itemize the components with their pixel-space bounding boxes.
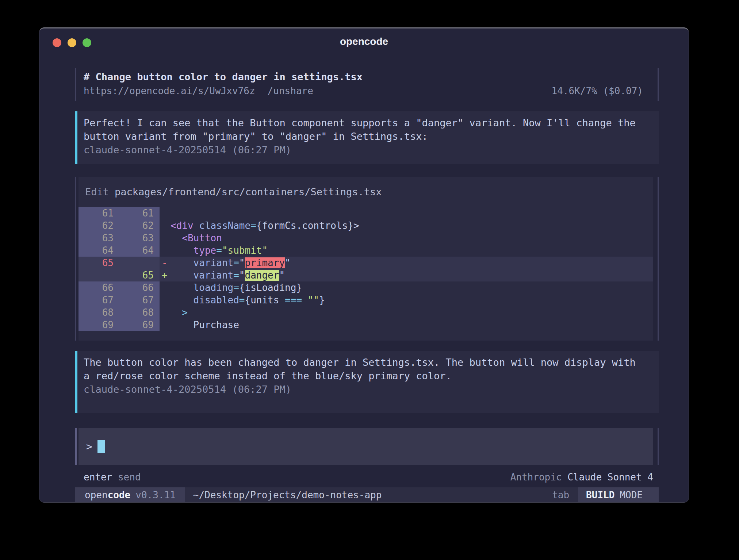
- diff-row: 6767 disabled={units === ""}: [79, 294, 653, 306]
- working-directory: ~/Desktop/Projects/demo-notes-app: [185, 487, 390, 502]
- model-name: Claude Sonnet 4: [567, 472, 653, 483]
- app-window: opencode # Change button color to danger…: [39, 27, 689, 503]
- diff-row: 6161: [79, 207, 653, 219]
- share-url: https://opencode.ai/s/UwJxv76z: [84, 84, 255, 97]
- titlebar: opencode: [39, 28, 689, 53]
- window-title: opencode: [39, 28, 689, 54]
- diff-row: 6363 <Button: [79, 232, 653, 244]
- diff-row: 65- variant="primary": [79, 257, 653, 269]
- message-line: The button color has been changed to dan…: [84, 356, 648, 369]
- traffic-lights: [53, 38, 91, 47]
- app-version: v0.3.11: [135, 490, 176, 500]
- app-name-code: code: [108, 490, 131, 500]
- token-cost-stats: 14.6K/7% ($0.07): [552, 84, 643, 97]
- prompt-input-wrap: >: [75, 428, 659, 465]
- minimize-button[interactable]: [68, 38, 76, 47]
- message-line: Perfect! I can see that the Button compo…: [84, 116, 648, 130]
- prompt-symbol: >: [86, 441, 92, 453]
- message-line: a red/rose color scheme instead of the b…: [84, 369, 648, 383]
- assistant-message: The button color has been changed to dan…: [75, 351, 659, 413]
- mode-mode-label: MODE: [620, 490, 643, 500]
- app-name-open: open: [85, 490, 108, 500]
- session-title: # Change button color to danger in setti…: [84, 70, 643, 84]
- diff-row: 6464 type="submit": [79, 244, 653, 257]
- diff-row: 6666 loading={isLoading}: [79, 281, 653, 294]
- diff-row: 6969 Purchase: [79, 319, 653, 331]
- main-content: # Change button color to danger in setti…: [39, 53, 689, 502]
- session-header: # Change button color to danger in setti…: [75, 68, 659, 101]
- edit-action-label: Edit: [85, 186, 109, 197]
- message-model-timestamp: claude-sonnet-4-20250514 (06:27 PM): [84, 143, 648, 157]
- diff-row: 6868 >: [79, 306, 653, 319]
- edit-header: Editpackages/frontend/src/containers/Set…: [79, 186, 653, 207]
- text-cursor: [97, 440, 105, 453]
- hint-key: enter: [84, 472, 112, 483]
- prompt-input[interactable]: >: [79, 428, 653, 465]
- zoom-button[interactable]: [83, 38, 91, 47]
- diff-row: 65+ variant="danger": [79, 269, 653, 281]
- assistant-message: Perfect! I can see that the Button compo…: [75, 111, 659, 164]
- mode-switch-key: tab: [543, 487, 578, 502]
- message-model-timestamp: claude-sonnet-4-20250514 (06:27 PM): [84, 383, 648, 396]
- hint-action: send: [118, 472, 141, 483]
- message-line: button variant from "primary" to "danger…: [84, 130, 648, 143]
- unshare-command[interactable]: /unshare: [268, 84, 313, 97]
- app-version-segment: opencodev0.3.11: [75, 487, 185, 502]
- diff-row: 6262<div className={formCs.controls}>: [79, 219, 653, 232]
- diff-table: 61616262<div className={formCs.controls}…: [79, 207, 653, 331]
- status-bar: opencodev0.3.11 ~/Desktop/Projects/demo-…: [75, 487, 659, 502]
- mode-segment: BUILDMODE: [578, 487, 659, 502]
- edit-file-path: packages/frontend/src/containers/Setting…: [115, 186, 382, 197]
- model-provider: Anthropic: [510, 472, 562, 483]
- mode-build-label: BUILD: [586, 490, 614, 500]
- hints-row: enter send Anthropic Claude Sonnet 4: [75, 471, 659, 483]
- edit-tool-block: Editpackages/frontend/src/containers/Set…: [75, 177, 659, 341]
- close-button[interactable]: [53, 38, 61, 47]
